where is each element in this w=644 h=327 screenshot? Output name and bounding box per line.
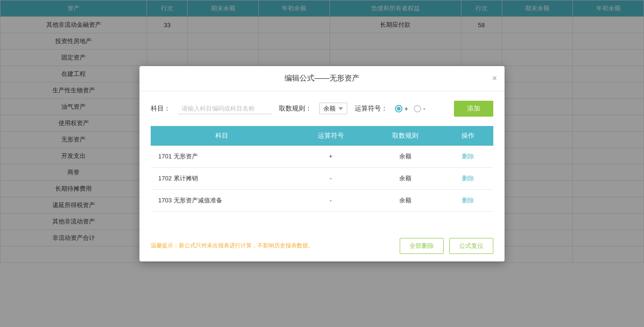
- table-cell-operator: -: [293, 189, 368, 211]
- delete-row-button[interactable]: 删除: [462, 152, 474, 161]
- operator-label: 运算符号：: [355, 104, 388, 113]
- subject-label: 科目：: [151, 104, 170, 113]
- rule-select-wrap: 余额: [319, 103, 347, 114]
- rule-label: 取数规则：: [279, 104, 312, 113]
- radio-plus-circle: [395, 105, 402, 112]
- delete-all-button[interactable]: 全部删除: [400, 238, 444, 254]
- edit-formula-modal: 编辑公式——无形资产 × 科目： 取数规则： 余额 运算符号：: [139, 66, 505, 261]
- subject-input[interactable]: [178, 103, 271, 114]
- formula-table: 科目运算符号取数规则操作 1701 无形资产+余额删除1702 累计摊销-余额删…: [151, 126, 493, 212]
- table-row: 1703 无形资产减值准备-余额删除: [151, 189, 493, 211]
- footer-tip: 温馨提示：新公式只对未出报表进行计算，不影响历史报表数据。: [151, 242, 314, 250]
- radio-minus-circle: [414, 105, 421, 112]
- operator-plus-label: +: [404, 105, 408, 112]
- table-row: 1701 无形资产+余额删除: [151, 146, 493, 168]
- modal-header: 编辑公式——无形资产 ×: [139, 66, 505, 91]
- table-cell-operator: -: [293, 167, 368, 189]
- modal-title: 编辑公式——无形资产: [285, 74, 359, 83]
- operator-minus-radio[interactable]: -: [414, 105, 425, 112]
- table-cell-subject: 1703 无形资产减值准备: [151, 189, 293, 211]
- modal-body: 科目： 取数规则： 余额 运算符号： + -: [139, 91, 505, 230]
- table-cell-action: 删除: [442, 167, 493, 189]
- table-header: 取数规则: [368, 126, 442, 146]
- table-row: 1702 累计摊销-余额删除: [151, 167, 493, 189]
- operator-minus-label: -: [423, 105, 425, 112]
- table-cell-subject: 1702 累计摊销: [151, 167, 293, 189]
- modal-footer: 温馨提示：新公式只对未出报表进行计算，不影响历史报表数据。 全部删除 公式复位: [139, 230, 505, 261]
- table-cell-action: 删除: [442, 146, 493, 168]
- rule-select[interactable]: 余额: [319, 103, 347, 114]
- table-cell-rule: 余额: [368, 189, 442, 211]
- modal-overlay: 编辑公式——无形资产 × 科目： 取数规则： 余额 运算符号：: [0, 0, 644, 327]
- table-cell-rule: 余额: [368, 146, 442, 168]
- delete-row-button[interactable]: 删除: [462, 174, 474, 183]
- footer-actions: 全部删除 公式复位: [400, 238, 493, 254]
- table-header: 运算符号: [293, 126, 368, 146]
- table-cell-rule: 余额: [368, 167, 442, 189]
- table-cell-action: 删除: [442, 189, 493, 211]
- table-header: 科目: [151, 126, 293, 146]
- operator-radio-group: + -: [395, 105, 425, 112]
- table-header: 操作: [442, 126, 493, 146]
- form-row: 科目： 取数规则： 余额 运算符号： + -: [151, 101, 493, 117]
- add-button[interactable]: 添加: [454, 101, 493, 117]
- close-button[interactable]: ×: [492, 74, 497, 82]
- table-cell-subject: 1701 无形资产: [151, 146, 293, 168]
- delete-row-button[interactable]: 删除: [462, 196, 474, 205]
- table-cell-operator: +: [293, 146, 368, 168]
- operator-plus-radio[interactable]: +: [395, 105, 408, 112]
- reset-button[interactable]: 公式复位: [449, 238, 493, 254]
